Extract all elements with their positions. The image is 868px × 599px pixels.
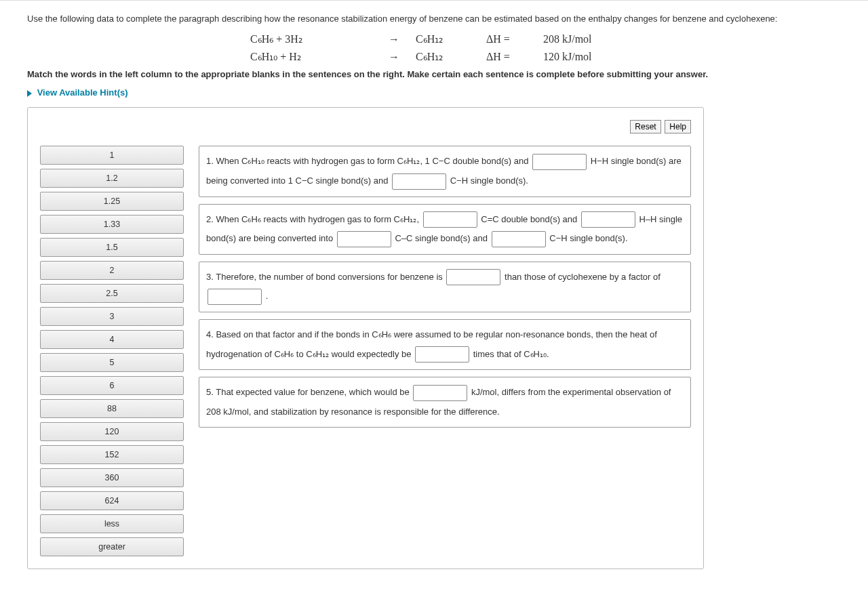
- eq1-arrow: →: [389, 30, 399, 48]
- word-tile[interactable]: 120: [40, 422, 184, 441]
- drop-slot[interactable]: [492, 231, 546, 247]
- word-tile[interactable]: greater: [40, 537, 184, 556]
- drop-slot[interactable]: [532, 154, 587, 170]
- drop-slot[interactable]: [415, 346, 469, 363]
- word-tile[interactable]: 360: [40, 468, 184, 487]
- sentence-text: times that of C₆H₁₀.: [473, 349, 549, 359]
- word-tile[interactable]: 1.25: [40, 192, 184, 211]
- equation-block: C₆H₆ + 3H₂ → C₆H₁₂ ΔH = 208 kJ/mol C₆H₁₀…: [27, 30, 841, 65]
- drop-slot[interactable]: [208, 289, 262, 305]
- word-tile[interactable]: 2.5: [40, 284, 184, 303]
- drop-slot[interactable]: [446, 269, 500, 285]
- sentence-text: 3. Therefore, the number of bond convers…: [206, 272, 445, 282]
- sentence-text: 1. When C₆H₁₀ reacts with hydrogen gas t…: [206, 156, 531, 166]
- word-tile[interactable]: 1: [40, 146, 184, 165]
- word-tile[interactable]: 6: [40, 376, 184, 395]
- word-tile[interactable]: 1.2: [40, 169, 184, 188]
- drop-slot[interactable]: [581, 211, 635, 228]
- sentence-text: C=C double bond(s) and: [481, 214, 580, 224]
- word-tile[interactable]: 624: [40, 491, 184, 510]
- word-tile[interactable]: 3: [40, 307, 184, 326]
- sentence-text: .: [266, 291, 269, 301]
- drop-slot[interactable]: [392, 173, 446, 190]
- sentence-3: 3. Therefore, the number of bond convers…: [199, 262, 691, 312]
- intro-text: Use the following data to complete the p…: [27, 13, 841, 25]
- word-tile[interactable]: less: [40, 514, 184, 533]
- sentence-text: C−H single bond(s).: [549, 233, 627, 243]
- eq1-rhs: C₆H₁₂: [416, 30, 470, 48]
- eq2-rhs: C₆H₁₂: [416, 48, 470, 66]
- sentence-text: than those of cyclohexene by a factor of: [505, 272, 660, 282]
- word-tile[interactable]: 1.33: [40, 215, 184, 234]
- sentence-text: 2. When C₆H₆ reacts with hydrogen gas to…: [206, 214, 422, 224]
- sentence-2: 2. When C₆H₆ reacts with hydrogen gas to…: [199, 204, 691, 255]
- drop-slot[interactable]: [423, 211, 477, 228]
- view-hints-label: View Available Hint(s): [37, 87, 128, 98]
- word-bank: 1 1.2 1.25 1.33 1.5 2 2.5 3 4 5 6 88 120…: [40, 146, 184, 556]
- drop-slot[interactable]: [413, 385, 467, 401]
- eq2-val: 120 kJ/mol: [543, 48, 618, 66]
- reset-button[interactable]: Reset: [630, 120, 660, 133]
- word-tile[interactable]: 88: [40, 399, 184, 418]
- work-area: Reset Help 1 1.2 1.25 1.33 1.5 2 2.5 3 4…: [27, 107, 704, 569]
- view-hints-toggle[interactable]: View Available Hint(s): [27, 87, 128, 98]
- match-instruction: Match the words in the left column to th…: [27, 69, 841, 79]
- sentence-1: 1. When C₆H₁₀ reacts with hydrogen gas t…: [199, 146, 691, 197]
- word-tile[interactable]: 4: [40, 330, 184, 349]
- word-tile[interactable]: 152: [40, 445, 184, 464]
- sentence-4: 4. Based on that factor and if the bonds…: [199, 319, 691, 370]
- help-button[interactable]: Help: [665, 120, 691, 133]
- chevron-right-icon: [27, 90, 32, 97]
- word-tile[interactable]: 5: [40, 353, 184, 372]
- sentence-text: C–C single bond(s) and: [395, 233, 490, 243]
- drop-slot[interactable]: [337, 231, 391, 247]
- sentence-text: 5. That expected value for benzene, whic…: [206, 387, 412, 397]
- sentence-text: C−H single bond(s).: [450, 175, 528, 186]
- eq2-arrow: →: [389, 48, 399, 66]
- sentence-5: 5. That expected value for benzene, whic…: [199, 377, 691, 428]
- eq1-val: 208 kJ/mol: [543, 30, 618, 48]
- word-tile[interactable]: 1.5: [40, 238, 184, 257]
- eq1-lhs: C₆H₆ + 3H₂: [250, 30, 372, 48]
- word-tile[interactable]: 2: [40, 261, 184, 280]
- eq2-dh: ΔH =: [486, 48, 527, 66]
- eq1-dh: ΔH =: [486, 30, 527, 48]
- eq2-lhs: C₆H₁₀ + H₂: [250, 48, 372, 66]
